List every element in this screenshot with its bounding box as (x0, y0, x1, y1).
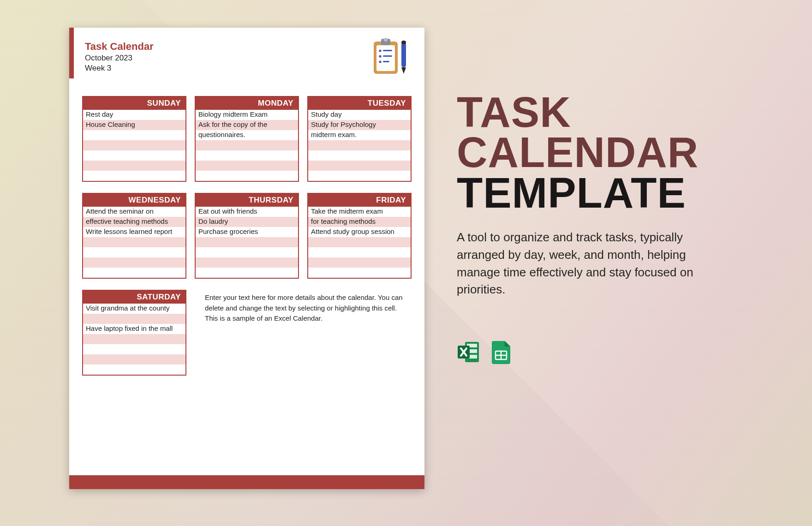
task-row: questionnaires. (196, 130, 298, 140)
day-box-saturday: SATURDAYVisit grandma at the countyHave … (82, 290, 186, 376)
task-row (308, 171, 411, 181)
week-grid: SUNDAYRest dayHouse CleaningMONDAYBiolog… (82, 96, 412, 376)
task-row (196, 237, 298, 247)
sheet-month: October 2023 (85, 54, 412, 63)
task-row (83, 161, 185, 171)
day-box-sunday: SUNDAYRest dayHouse Cleaning (82, 96, 186, 182)
sheet-header: Task Calendar October 2023 Week 3 (82, 41, 412, 73)
day-box-tuesday: TUESDAYStudy dayStudy for Psychology mid… (307, 96, 412, 182)
task-row (308, 150, 411, 161)
task-row: Write lessons learned report (83, 227, 185, 237)
svg-rect-8 (383, 55, 392, 57)
svg-point-5 (379, 55, 381, 57)
day-header: SUNDAY (83, 97, 185, 110)
task-row: Biology midterm Exam (196, 110, 298, 120)
task-row (83, 150, 185, 161)
svg-point-4 (379, 49, 381, 52)
task-row: midterm exam. (308, 130, 411, 140)
task-row: Purchase groceries (196, 227, 298, 237)
task-row (83, 247, 185, 257)
day-header: MONDAY (196, 97, 298, 110)
svg-rect-7 (383, 50, 392, 51)
task-row: Attend the seminar on (83, 207, 185, 217)
day-header: TUESDAY (308, 97, 411, 110)
promo-title-line1: TASK (457, 92, 757, 132)
svg-point-3 (384, 38, 388, 42)
sheet-title: Task Calendar (85, 41, 412, 53)
task-row (196, 257, 298, 268)
task-row: Visit grandma at the county (83, 304, 185, 314)
promo-panel: TASK CALENDAR TEMPLATE A tool to organiz… (457, 28, 757, 498)
day-box-monday: MONDAYBiology midterm ExamAsk for the co… (195, 96, 299, 182)
task-row (308, 268, 411, 278)
task-row (308, 257, 411, 268)
task-row: Do laudry (196, 217, 298, 227)
task-row: Take the midterm exam (308, 207, 411, 217)
task-row: House Cleaning (83, 120, 185, 130)
task-row (196, 150, 298, 161)
day-header: THURSDAY (196, 194, 298, 207)
task-row: Ask for the copy of the (196, 120, 298, 130)
task-row (196, 171, 298, 181)
svg-rect-1 (376, 45, 395, 71)
task-row (83, 130, 185, 140)
task-row (308, 237, 411, 247)
day-header: FRIDAY (308, 194, 411, 207)
promo-description: A tool to organize and track tasks, typi… (457, 229, 729, 299)
day-header: SATURDAY (83, 291, 185, 304)
task-row (196, 161, 298, 171)
svg-point-6 (379, 60, 381, 63)
task-row (83, 334, 185, 344)
svg-marker-11 (401, 67, 406, 74)
task-row: Attend study group session (308, 227, 411, 237)
promo-title: TASK CALENDAR TEMPLATE (457, 92, 757, 213)
google-sheets-icon (491, 340, 513, 366)
task-row: Study for Psychology (308, 120, 411, 130)
format-icons (457, 340, 757, 366)
clipboard-icon (369, 36, 412, 80)
task-row (308, 140, 411, 150)
day-box-thursday: THURSDAYEat out with friendsDo laudryPur… (195, 193, 299, 279)
excel-icon (457, 340, 481, 366)
svg-rect-10 (401, 42, 406, 67)
task-row (83, 354, 185, 365)
day-box-wednesday: WEDNESDAYAttend the seminar on effective… (82, 193, 186, 279)
sheet-week: Week 3 (85, 64, 412, 73)
task-row (83, 257, 185, 268)
task-row: Rest day (83, 110, 185, 120)
task-row (196, 268, 298, 278)
calendar-notes: Enter your text here for more details ab… (195, 290, 412, 376)
task-row (83, 344, 185, 354)
task-row: Eat out with friends (196, 207, 298, 217)
task-row (83, 140, 185, 150)
task-row: Have laptop fixed in the mall (83, 324, 185, 334)
task-row (83, 237, 185, 247)
task-row (196, 247, 298, 257)
task-row (83, 171, 185, 181)
task-row: Study day (308, 110, 411, 120)
calendar-sheet: Task Calendar October 2023 Week 3 SUNDAY… (69, 28, 424, 489)
task-row: for teaching methods (308, 217, 411, 227)
task-row (83, 365, 185, 375)
svg-rect-9 (383, 61, 389, 62)
task-row (308, 161, 411, 171)
day-box-friday: FRIDAYTake the midterm exam for teaching… (307, 193, 412, 279)
task-row (308, 247, 411, 257)
task-row (83, 268, 185, 278)
task-row (196, 140, 298, 150)
promo-title-line2: CALENDAR (457, 132, 757, 173)
day-header: WEDNESDAY (83, 194, 185, 207)
task-row (83, 314, 185, 324)
svg-rect-12 (401, 41, 406, 44)
promo-title-line3: TEMPLATE (457, 173, 757, 213)
task-row: effective teaching methods (83, 217, 185, 227)
